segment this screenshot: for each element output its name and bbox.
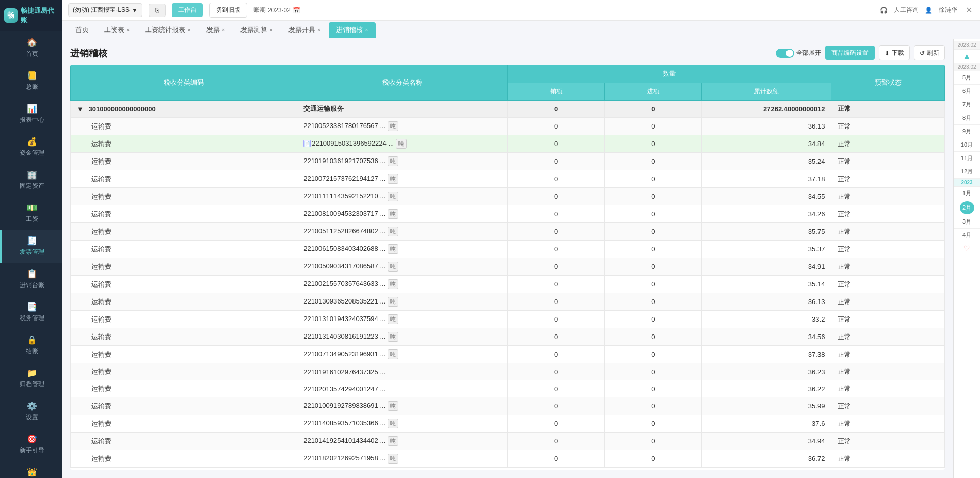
cell-status: 正常 bbox=[831, 223, 945, 241]
cell-cumulative: 36.22 bbox=[702, 380, 831, 397]
service-label[interactable]: 人工咨询 bbox=[894, 6, 919, 14]
unit-tag: 吨 bbox=[388, 244, 398, 254]
table-row[interactable]: 运输费 22100509034317086587 ... 吨 0 0 34.91… bbox=[71, 258, 945, 276]
table-row[interactable]: 运输费 22100215570357643633 ... 吨 0 0 35.14… bbox=[71, 276, 945, 293]
refresh-button[interactable]: ↺ 刷新 bbox=[914, 45, 945, 60]
topbar-close-button[interactable]: ✕ bbox=[963, 5, 974, 15]
table-row[interactable]: 运输费 22101314030816191223 ... 吨 0 0 34.56… bbox=[71, 328, 945, 346]
sidebar-item-archive[interactable]: 📁 归档管理 bbox=[0, 362, 62, 395]
table-row[interactable]: 运输费 22101111143592152210 ... 吨 0 0 34.55… bbox=[71, 188, 945, 205]
cell-invoice-code: 22101419254101434402 ... 吨 bbox=[297, 433, 508, 450]
sidebar-item-ledger[interactable]: 📒 总账 bbox=[0, 65, 62, 98]
expand-all-toggle[interactable]: 全部展开 bbox=[776, 49, 821, 58]
scroll-up-arrow[interactable]: ▲ bbox=[961, 50, 973, 63]
cell-cumulative: 27262.40000000012 bbox=[702, 101, 831, 118]
table-row[interactable]: 运输费 22101009192789838691 ... 吨 0 0 35.99… bbox=[71, 397, 945, 415]
month-2-2023[interactable]: 2月 bbox=[960, 201, 974, 214]
sidebar-item-guide[interactable]: 🎯 新手引导 bbox=[0, 428, 62, 461]
cell-tax-code: 运输费 bbox=[71, 153, 297, 170]
table-row[interactable]: 运输费 22100713490523196931 ... 吨 0 0 37.38… bbox=[71, 346, 945, 363]
cell-tax-code: 运输费 bbox=[71, 363, 297, 380]
table-row[interactable]: 运输费 22101310194324037594 ... 吨 0 0 33.2 … bbox=[71, 311, 945, 328]
workbench-button[interactable]: 工作台 bbox=[172, 3, 203, 17]
cell-status: 正常 bbox=[831, 276, 945, 293]
month-6[interactable]: 6月 bbox=[954, 85, 980, 98]
month-4-2023[interactable]: 4月 bbox=[954, 229, 980, 242]
month-10[interactable]: 10月 bbox=[954, 138, 980, 152]
tab-invoice[interactable]: 发票 × bbox=[199, 22, 232, 38]
sidebar-item-close[interactable]: 🔒 结账 bbox=[0, 329, 62, 362]
table-row[interactable]: 运输费 22101910361921707536 ... 吨 0 0 35.24… bbox=[71, 153, 945, 170]
month-12[interactable]: 12月 bbox=[954, 165, 980, 179]
collapse-icon[interactable]: ▼ bbox=[77, 105, 84, 113]
table-row[interactable]: 运输费 22101408593571035366 ... 吨 0 0 37.6 … bbox=[71, 415, 945, 433]
table-row[interactable]: 运输费 22101419254101434402 ... 吨 0 0 34.94… bbox=[71, 433, 945, 450]
table-row[interactable]: 运输费 22100523381780176567 ... 吨 0 0 36.13… bbox=[71, 118, 945, 135]
table-row[interactable]: 运输费 22100721573762194127 ... 吨 0 0 37.18… bbox=[71, 170, 945, 188]
tab-invoice-calc[interactable]: 发票测算 × bbox=[233, 22, 280, 38]
download-button[interactable]: ⬇ 下载 bbox=[879, 45, 910, 60]
table-row[interactable]: 运输费 22100810094532303717 ... 吨 0 0 34.26… bbox=[71, 205, 945, 223]
sidebar-item-salary[interactable]: 💵 工资 bbox=[0, 197, 62, 230]
table-row[interactable]: 运输费 22101309365208535221 ... 吨 0 0 36.13… bbox=[71, 293, 945, 311]
expand-all-label: 全部展开 bbox=[796, 49, 821, 57]
assets-icon: 🏢 bbox=[27, 170, 37, 180]
month-11[interactable]: 11月 bbox=[954, 152, 980, 165]
switch-version-button[interactable]: 切到旧版 bbox=[209, 3, 247, 18]
cell-purchase: 0 bbox=[605, 397, 702, 415]
tab-reconcile[interactable]: 进销稽核 × bbox=[329, 22, 375, 38]
table-row[interactable]: 运输费 22101820212692571958 ... 吨 0 0 36.72… bbox=[71, 450, 945, 468]
table-row[interactable]: 运输费 22102013574294001247 ... 0 0 36.22 正… bbox=[71, 380, 945, 397]
table-row[interactable]: 运输费 📄22100915031396592224 ... 吨 0 0 34.8… bbox=[71, 135, 945, 153]
tab-invoice-open[interactable]: 发票开具 × bbox=[281, 22, 328, 38]
sidebar-item-member[interactable]: 👑 畅会员 bbox=[0, 461, 62, 478]
cell-invoice-code: 22101009192789838691 ... 吨 bbox=[297, 397, 508, 415]
sidebar-item-assets[interactable]: 🏢 固定资产 bbox=[0, 164, 62, 197]
sidebar-item-home[interactable]: 🏠 首页 bbox=[0, 31, 62, 65]
sidebar-item-funds[interactable]: 💰 资金管理 bbox=[0, 131, 62, 164]
month-9[interactable]: 9月 bbox=[954, 125, 980, 138]
sidebar-item-invoice[interactable]: 🧾 发票管理 bbox=[0, 230, 62, 263]
month-1-2023[interactable]: 1月 bbox=[954, 187, 980, 200]
th-tax-code: 税收分类编码 bbox=[71, 65, 297, 101]
sidebar-item-tax[interactable]: 📑 税务管理 bbox=[0, 296, 62, 329]
table-row[interactable]: 运输费 22101916102976437325 ... 0 0 36.23 正… bbox=[71, 363, 945, 380]
cell-purchase: 0 bbox=[605, 450, 702, 468]
company-selector[interactable]: (勿动) 江西报宝-LSS ▼ bbox=[68, 3, 142, 17]
cell-sales: 0 bbox=[507, 450, 604, 468]
cell-purchase: 0 bbox=[605, 258, 702, 276]
sidebar-item-reconcile[interactable]: 📋 进销台账 bbox=[0, 263, 62, 296]
cell-cumulative: 35.99 bbox=[702, 397, 831, 415]
month-5[interactable]: 5月 bbox=[954, 71, 980, 85]
tab-salary-report[interactable]: 工资统计报表 × bbox=[138, 22, 198, 38]
right-panel: 2023.02 ▲ 2023.02 5月 6月 7月 8月 9月 10月 11月… bbox=[953, 39, 980, 478]
page-title: 进销稽核 bbox=[70, 47, 107, 59]
tab-home[interactable]: 首页 bbox=[68, 22, 96, 38]
tab-invoice-calc-close[interactable]: × bbox=[269, 27, 272, 33]
cell-purchase: 0 bbox=[605, 328, 702, 346]
product-code-settings-button[interactable]: 商品编码设置 bbox=[825, 46, 875, 60]
sidebar-item-reports[interactable]: 📊 报表中心 bbox=[0, 98, 62, 131]
th-cumulative: 累计数额 bbox=[702, 83, 831, 101]
tab-salary-table-close[interactable]: × bbox=[126, 27, 130, 33]
unit-tag: 吨 bbox=[388, 121, 398, 131]
tab-invoice-close[interactable]: × bbox=[222, 27, 225, 33]
sidebar-item-settings[interactable]: ⚙️ 设置 bbox=[0, 395, 62, 428]
table-row[interactable]: ▼ 301000000000000000 交通运输服务 0 0 27262.40… bbox=[71, 101, 945, 118]
cell-status: 正常 bbox=[831, 293, 945, 311]
month-8[interactable]: 8月 bbox=[954, 111, 980, 125]
table-row[interactable]: 运输费 22100615083403402688 ... 吨 0 0 35.37… bbox=[71, 241, 945, 258]
toggle-switch[interactable] bbox=[776, 49, 794, 58]
table-row[interactable]: 运输费 22100511252826674802 ... 吨 0 0 35.75… bbox=[71, 223, 945, 241]
cell-invoice-code: 22100721573762194127 ... 吨 bbox=[297, 170, 508, 188]
cell-tax-code: 运输费 bbox=[71, 380, 297, 397]
tab-reconcile-close[interactable]: × bbox=[365, 27, 368, 33]
tab-invoice-open-close[interactable]: × bbox=[317, 27, 320, 33]
unit-tag: 吨 bbox=[388, 401, 398, 411]
copy-button[interactable]: ⎘ bbox=[149, 4, 166, 17]
tab-salary-report-close[interactable]: × bbox=[187, 27, 190, 33]
invoice-icon: 🧾 bbox=[27, 236, 37, 246]
month-3-2023[interactable]: 3月 bbox=[954, 215, 980, 229]
month-7[interactable]: 7月 bbox=[954, 98, 980, 111]
tab-salary-table[interactable]: 工资表 × bbox=[97, 22, 137, 38]
